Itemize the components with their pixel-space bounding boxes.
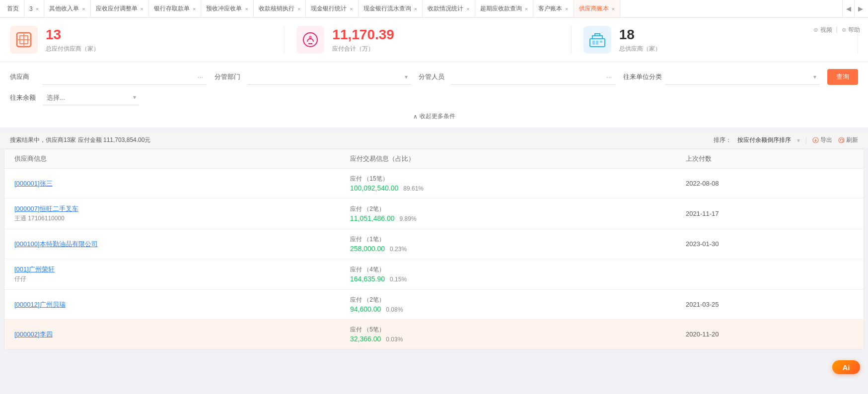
supplier-info-000012: [000012]广州贝瑞 [14,300,350,309]
summary-card-payable-suppliers: 13 总应付供应商（家） [10,26,285,54]
last-pay-000007: 2021-11-17 [686,210,854,217]
nav-tab-customer-account[interactable]: 客户账本 × [533,0,574,18]
top-right-links: ⊙ 视频 | ⊙ 帮助 [813,26,860,34]
nav-tab-supplier-account[interactable]: 供应商账本 × [574,0,620,18]
table-row: [000012]广州贝瑞 应付 （2笔） 94,600.00 0.08% 202… [4,290,864,320]
filter-row-1: 供应商 ··· 分管部门 ▾ 分管人员 ··· 往来单位分类 [10,69,858,85]
payable-suppliers-icon [10,26,38,54]
person-label: 分管人员 [419,72,448,81]
help-link[interactable]: ⊙ 帮助 [842,26,860,34]
nav-tab-prepay-collect[interactable]: 预收冲应收单 × [201,0,253,18]
nav-tab-customer-account-close[interactable]: × [565,6,568,12]
supplier-input-wrap: ··· [43,69,207,85]
supplier-link-000012[interactable]: [000012]广州贝瑞 [14,301,66,308]
collapse-label: 收起更多条件 [420,112,455,121]
filter-area: 供应商 ··· 分管部门 ▾ 分管人员 ··· 往来单位分类 [0,62,868,128]
supplier-info-000007: [000007]恒旺二手叉车 王通 17106110000 [14,204,350,223]
supplier-link-000100[interactable]: [000100]本特勤油品有限公司 [14,240,98,248]
tx-info-000100: 应付 （1笔） 258,000.00 0.23% [350,235,686,253]
tx-info-000002: 应付 （5笔） 32,366.00 0.03% [350,326,686,343]
table-row: [000007]恒旺二手叉车 王通 17106110000 应付 （2笔） 11… [4,198,864,229]
refresh-button[interactable]: 刷新 [838,136,858,144]
dept-label: 分管部门 [215,72,244,81]
category-chevron-icon[interactable]: ▾ [813,73,816,80]
nav-tab-cash-bank-flow-label: 现金银行流水查询 [363,4,411,13]
last-pay-000001: 2022-08-08 [686,180,854,187]
payable-total-label: 应付合计（万） [332,45,394,53]
nav-tab-supplier-account-close[interactable]: × [612,6,615,12]
nav-prev-arrow[interactable]: ◀ [842,0,854,18]
supplier-info-000001: [000001]张三 [14,179,350,188]
dept-input[interactable] [247,69,411,84]
nav-tab-collect-stats[interactable]: 收款情况统计 × [423,0,475,18]
nav-tab-cash-bank-flow-close[interactable]: × [414,6,417,12]
tx-info-000001: 应付 （15笔） 100,092,540.00 89.61% [350,175,686,192]
nav-tab-overdue-collect[interactable]: 超期应收款查询 × [475,0,533,18]
search-button[interactable]: 查询 [827,69,858,85]
filter-category: 往来单位分类 ▾ [623,69,820,85]
dept-select-wrap: ▾ [247,69,411,85]
nav-tab-cash-bank-flow[interactable]: 现金银行流水查询 × [359,0,423,18]
category-select-wrap: ▾ [665,69,820,85]
nav-tab-prepay-collect-close[interactable]: × [245,6,248,12]
person-input[interactable] [451,69,615,84]
nav-tab-bank-deposit[interactable]: 银行存取款单 × [149,0,201,18]
nav-tab-collect-stats-close[interactable]: × [466,6,469,12]
filter-supplier: 供应商 ··· [10,69,207,85]
nav-tab-bank-deposit-close[interactable]: × [193,6,196,12]
category-input[interactable] [665,69,820,84]
supplier-input[interactable] [43,69,207,84]
result-actions: 排序： 按应付余额倒序排序 ▾ 导出 刷新 [714,136,858,144]
nav-tab-collect-stats-label: 收款情况统计 [428,4,463,13]
supplier-link-000001[interactable]: [000001]张三 [14,180,53,187]
supplier-label: 供应商 [10,72,40,81]
nav-tab-other-income-close[interactable]: × [82,6,85,12]
balance-input[interactable] [43,90,139,105]
sort-value[interactable]: 按应付余额倒序排序 [737,136,791,144]
total-suppliers-value: 18 [619,26,661,43]
nav-tab-other-income-label: 其他收入单 [49,4,79,13]
svg-rect-7 [592,41,595,45]
nav-tab-cash-bank-stats[interactable]: 现金银行统计 × [306,0,358,18]
filter-balance: 往来余额 ▾ [10,90,139,105]
supplier-dots-icon[interactable]: ··· [198,73,204,81]
svg-rect-9 [600,41,602,43]
tx-info-000012: 应付 （2笔） 94,600.00 0.08% [350,296,686,313]
video-link[interactable]: ⊙ 视频 [813,26,832,34]
person-dots-icon[interactable]: ··· [606,73,612,81]
filter-person: 分管人员 ··· [419,69,615,85]
export-button[interactable]: 导出 [812,136,832,144]
nav-tab-overdue-collect-close[interactable]: × [525,6,528,12]
nav-tab-home-label: 首页 [7,4,19,13]
nav-tab-supplier-account-label: 供应商账本 [579,4,609,13]
collapse-button[interactable]: ∧ 收起更多条件 [10,110,858,123]
nav-tab-cash-bank-stats-close[interactable]: × [350,6,353,12]
nav-tab-3-close[interactable]: × [36,6,39,12]
supplier-link-000002[interactable]: [000002]李四 [14,330,53,338]
total-suppliers-icon [583,26,611,54]
person-input-wrap: ··· [451,69,615,85]
svg-point-4 [309,36,312,39]
top-navigation: 首页 3 × 其他收入单 × 应收应付调整单 × 银行存取款单 × 预收冲应收单… [0,0,868,18]
supplier-link-000007[interactable]: [000007]恒旺二手叉车 [14,205,78,212]
nav-tab-payable-adjust[interactable]: 应收应付调整单 × [91,0,149,18]
supplier-info-000002: [000002]李四 [14,330,350,339]
supplier-link-001[interactable]: [001]广州荣轩 [14,265,55,273]
dept-chevron-icon[interactable]: ▾ [405,73,408,80]
nav-tab-payable-adjust-close[interactable]: × [141,6,144,12]
total-suppliers-info: 18 总供应商（家） [619,26,661,54]
nav-next-arrow[interactable]: ▶ [854,0,866,18]
nav-tab-collect-verify[interactable]: 收款核销执行 × [254,0,306,18]
payable-suppliers-value: 13 [46,26,99,43]
nav-tab-bank-deposit-label: 银行存取款单 [154,4,190,13]
nav-tab-collect-verify-close[interactable]: × [297,6,300,12]
data-table: 供应商信息 应付交易信息（占比） 上次付数 [000001]张三 应付 （15笔… [4,149,864,350]
nav-tab-collect-verify-label: 收款核销执行 [259,4,294,13]
nav-tab-other-income[interactable]: 其他收入单 × [44,0,90,18]
balance-label: 往来余额 [10,93,40,102]
nav-tab-overdue-collect-label: 超期应收款查询 [480,4,522,13]
nav-tab-3[interactable]: 3 × [24,0,44,18]
nav-tab-home[interactable]: 首页 [2,0,24,18]
last-pay-000012: 2021-03-25 [686,301,854,308]
balance-chevron-icon[interactable]: ▾ [133,94,136,101]
